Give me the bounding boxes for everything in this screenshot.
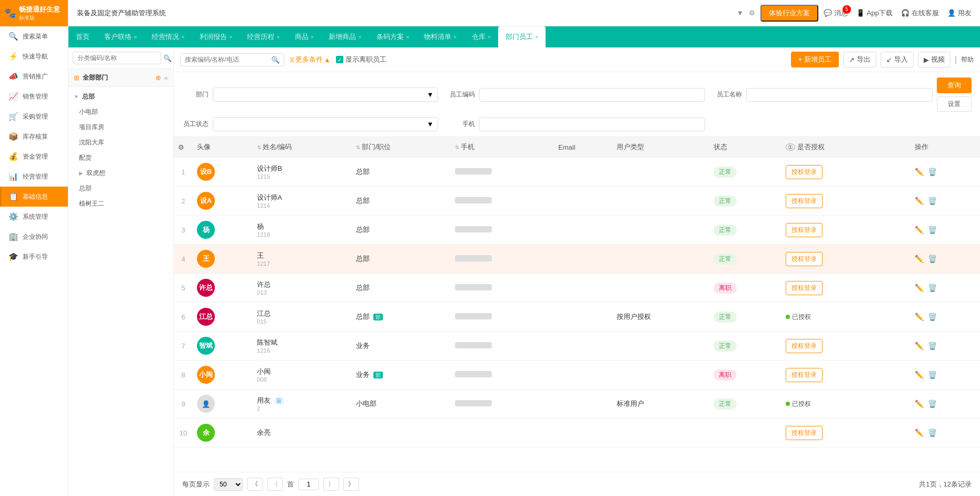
auth-button[interactable]: 授权登录 <box>786 165 823 179</box>
page-prev-btn[interactable]: 〈 <box>267 478 283 491</box>
help-label[interactable]: 帮助 <box>961 55 974 64</box>
tab-profit[interactable]: 利润报告 × <box>192 26 240 47</box>
edit-icon[interactable]: ✏️ <box>915 313 924 321</box>
dept-node-shenyang[interactable]: 沈阳大库 <box>68 135 173 150</box>
delete-icon[interactable]: 🗑️ <box>928 226 937 234</box>
auth-button[interactable]: 授权登录 <box>786 368 823 382</box>
import-button[interactable]: ↙ 导入 <box>880 52 914 67</box>
sidebar-item-system[interactable]: ⚙️ 系统管理 <box>0 207 68 227</box>
sidebar-item-operation[interactable]: 📊 经营管理 <box>0 167 68 187</box>
search-input[interactable] <box>185 56 269 63</box>
sidebar-item-basic[interactable]: 📋 基础信息 <box>0 187 68 207</box>
sidebar-item-capital[interactable]: 💰 资金管理 <box>0 147 68 167</box>
edit-icon[interactable]: ✏️ <box>915 400 924 408</box>
settings-icon[interactable]: ⚙ <box>749 9 755 17</box>
page-last-btn[interactable]: 》 <box>343 478 359 491</box>
tab-barcode[interactable]: 条码方案 × <box>369 26 417 47</box>
delete-icon[interactable]: 🗑️ <box>928 371 937 379</box>
tab-home[interactable]: 首页 <box>68 26 97 47</box>
tab-customer[interactable]: 客户联络 × <box>97 26 144 47</box>
filter-name-input[interactable] <box>746 88 933 102</box>
online-service-button[interactable]: 🎧 在线客服 <box>901 8 939 18</box>
delete-icon[interactable]: 🗑️ <box>928 313 937 321</box>
sidebar-item-guide[interactable]: 🎓 新手引导 <box>0 247 68 267</box>
trial-button[interactable]: 体验行业方案 <box>760 5 818 22</box>
auth-button[interactable]: 授权登录 <box>786 281 823 295</box>
dept-search-icon[interactable]: 🔍 <box>163 54 172 62</box>
filter-status-select[interactable]: ▼ <box>213 117 438 131</box>
page-next-btn[interactable]: 〉 <box>323 478 339 491</box>
app-download-button[interactable]: 📱 App下载 <box>856 8 893 18</box>
sidebar-item-sales[interactable]: 📈 销售管理 <box>0 86 68 106</box>
tab-goods[interactable]: 商品 × <box>288 26 321 47</box>
sidebar-item-enterprise[interactable]: 🏢 企业协同 <box>0 227 68 247</box>
col-settings[interactable]: ⚙ <box>174 137 193 158</box>
tab-department[interactable]: 部门员工 × <box>498 26 546 47</box>
edit-icon[interactable]: ✏️ <box>915 371 924 379</box>
dept-node-zongbu[interactable]: 总部 <box>68 181 173 196</box>
more-conditions-btn[interactable]: ⧖ 更多条件 ▲ <box>290 55 331 64</box>
per-page-select[interactable]: 50 100 <box>214 478 243 491</box>
tab-close-warehouse[interactable]: × <box>488 34 491 40</box>
add-employee-button[interactable]: + 新增员工 <box>791 52 839 67</box>
edit-icon[interactable]: ✏️ <box>915 429 924 437</box>
filter-code-input[interactable] <box>479 88 705 102</box>
dept-add-icon[interactable]: ⊕ <box>155 74 161 82</box>
edit-icon[interactable]: ✏️ <box>915 197 924 205</box>
dept-node-zhishu[interactable]: 植树王二 <box>68 196 173 211</box>
tab-bom[interactable]: 物料清单 × <box>417 26 464 47</box>
export-button[interactable]: ↗ 导出 <box>843 52 876 67</box>
sidebar-item-purchase[interactable]: 🛒 采购管理 <box>0 106 68 127</box>
show-archived-toggle[interactable]: ✓ 显示离职员工 <box>336 55 387 64</box>
tab-close-goods[interactable]: × <box>311 34 314 40</box>
delete-icon[interactable]: 🗑️ <box>928 284 937 292</box>
set-button[interactable]: 设置 <box>937 96 972 112</box>
view-button[interactable]: ▶ 视频 <box>918 52 951 67</box>
auth-button[interactable]: 授权登录 <box>786 426 823 440</box>
delete-icon[interactable]: 🗑️ <box>928 197 937 205</box>
tab-close-profit[interactable]: × <box>229 34 232 40</box>
edit-icon[interactable]: ✏️ <box>915 255 924 263</box>
sidebar-item-inventory[interactable]: 📦 库存核算 <box>0 127 68 147</box>
tab-add-goods[interactable]: 新增商品 × <box>321 26 369 47</box>
filter-dept-select[interactable]: ▼ <box>213 87 438 102</box>
dept-node-xiaodian[interactable]: 小电部 <box>68 104 173 120</box>
tab-close-customer[interactable]: × <box>134 34 137 40</box>
query-button[interactable]: 查询 <box>937 77 972 93</box>
tab-close-bom[interactable]: × <box>453 34 457 40</box>
auth-button[interactable]: 授权登录 <box>786 194 823 208</box>
page-number-input[interactable] <box>298 479 319 490</box>
edit-icon[interactable]: ✏️ <box>915 342 924 350</box>
dept-node-library[interactable]: 项目库房 <box>68 120 173 135</box>
dept-node-shuanghu[interactable]: ▶双虎想 <box>68 166 173 181</box>
topbar-dropdown-icon[interactable]: ▼ <box>737 9 744 17</box>
dept-search-input[interactable] <box>73 52 161 64</box>
delete-icon[interactable]: 🗑️ <box>928 400 937 408</box>
tab-close-add-goods[interactable]: × <box>358 34 361 40</box>
edit-icon[interactable]: ✏️ <box>915 226 924 234</box>
dept-node-peihuo[interactable]: 配货 <box>68 150 173 166</box>
dept-node-root[interactable]: ▼总部 <box>68 89 173 104</box>
tab-warehouse[interactable]: 仓库 × <box>464 26 498 47</box>
delete-icon[interactable]: 🗑️ <box>928 255 937 263</box>
edit-icon[interactable]: ✏️ <box>915 168 924 176</box>
auth-button[interactable]: 授权登录 <box>786 223 823 237</box>
tab-close-department[interactable]: × <box>535 34 538 40</box>
delete-icon[interactable]: 🗑️ <box>928 429 937 437</box>
tab-history[interactable]: 经营历程 × <box>240 26 287 47</box>
auth-button[interactable]: 授权登录 <box>786 339 823 353</box>
sidebar-item-quicknav[interactable]: ⚡ 快速导航 <box>0 46 68 66</box>
page-first-btn[interactable]: 《 <box>247 478 263 491</box>
tab-close-operation[interactable]: × <box>181 34 184 40</box>
dept-collapse-icon[interactable]: « <box>164 74 168 82</box>
user-avatar-button[interactable]: 👤 用友 <box>947 8 972 18</box>
tab-operation-status[interactable]: 经营情况 × <box>144 26 192 47</box>
tab-close-barcode[interactable]: × <box>406 34 409 40</box>
sidebar-item-marketing[interactable]: 📣 营销推广 <box>0 66 68 86</box>
sidebar-item-search[interactable]: 🔍 搜索菜单 <box>0 26 68 46</box>
auth-button[interactable]: 授权登录 <box>786 252 823 266</box>
message-button[interactable]: 💬 消息 5 <box>824 8 848 18</box>
filter-phone-input[interactable] <box>479 118 705 131</box>
edit-icon[interactable]: ✏️ <box>915 284 924 292</box>
search-submit-icon[interactable]: 🔍 <box>271 56 280 64</box>
